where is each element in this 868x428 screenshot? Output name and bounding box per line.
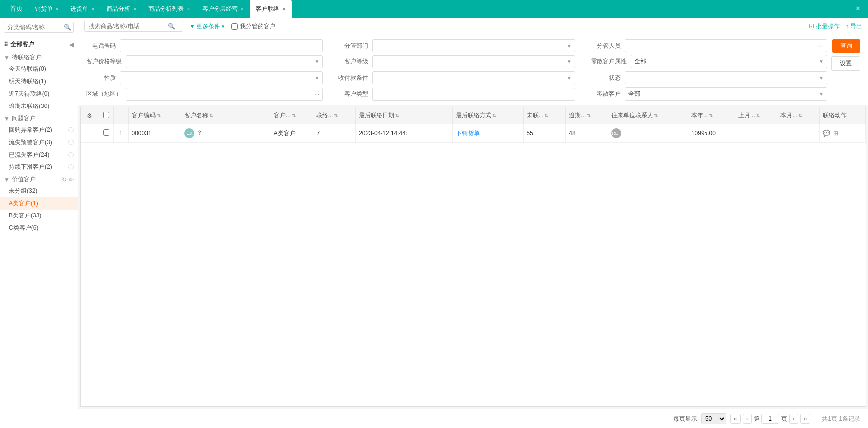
payment-field: 收付款条件 ▼ <box>338 71 575 84</box>
my-customers-checkbox[interactable]: 我分管的客户 <box>231 22 275 31</box>
th-num <box>113 107 128 124</box>
retail-attr-select[interactable]: 全部 ▼ <box>631 55 827 68</box>
chevron-down-icon-2: ▼ <box>314 59 319 64</box>
filter-bar: 🔍 ▼ 更多条件 ∧ 我分管的客户 ☑ 批量操作 ↑ 导出 <box>78 18 868 35</box>
my-customers-check[interactable] <box>231 23 238 30</box>
edit-icon[interactable]: ✏ <box>69 176 74 183</box>
manager-select[interactable]: ··· <box>625 39 827 52</box>
info-icon-2: ⓘ <box>68 139 74 146</box>
nav-purchase-order[interactable]: 进货单 × <box>64 0 100 18</box>
sidebar-item-abnormal-repurchase[interactable]: 回购异常客户(2) ⓘ <box>0 124 78 136</box>
phone-input[interactable] <box>120 39 323 52</box>
nav-customer-contact[interactable]: 客户联络 × <box>250 0 291 18</box>
th-customer-name[interactable]: 客户名称⇅ <box>181 107 271 124</box>
th-unit-contact[interactable]: 往来单位联系人⇅ <box>608 107 688 124</box>
th-last-month[interactable]: 上月...⇅ <box>735 107 777 124</box>
th-this-month[interactable]: 本月...⇅ <box>777 107 820 124</box>
dept-select[interactable]: ▼ <box>372 39 575 52</box>
sort-icon-8: ⇅ <box>587 113 591 118</box>
nav-sales-order[interactable]: 销货单 × <box>29 0 64 18</box>
info-icon-1: ⓘ <box>68 126 74 134</box>
sort-icon-4: ⇅ <box>334 113 338 118</box>
nature-select[interactable]: ▼ <box>120 71 323 84</box>
close-all-tabs[interactable]: × <box>852 4 864 13</box>
search-input[interactable] <box>89 23 168 30</box>
collapse-icon[interactable]: ◀ <box>69 41 74 48</box>
page-size-select[interactable]: 50 100 200 <box>701 413 726 424</box>
search-icon[interactable]: 🔍 <box>168 23 175 30</box>
row-this-year: 10995.00 <box>688 124 735 143</box>
chevron-down-icon: ▼ <box>567 43 572 49</box>
prev-page-btn[interactable]: ‹ <box>743 414 752 424</box>
close-customer-contact[interactable]: × <box>282 6 285 12</box>
row-contact-person: 7 <box>313 124 356 143</box>
row-name: Ea？ <box>181 124 271 143</box>
th-overdue[interactable]: 逾期...⇅ <box>566 107 608 124</box>
customer-type-field: 客户类型 <box>338 88 575 101</box>
filter-row-1: 电话号码 分管部门 ▼ 分管人员 <box>86 39 827 52</box>
sidebar-item-churned[interactable]: 已流失客户(24) ⓘ <box>0 149 78 161</box>
sidebar-item-overdue-contact[interactable]: 逾期未联络(30) <box>0 100 78 112</box>
th-contact-person[interactable]: 联络...⇅ <box>313 107 356 124</box>
sidebar-all-customers[interactable]: ⠿ 全部客户 ◀ <box>0 37 78 52</box>
grid-icon[interactable]: ⊞ <box>833 130 838 137</box>
close-product-analysis-list[interactable]: × <box>187 6 190 12</box>
sidebar-item-ungrouped[interactable]: 未分组(32) <box>0 185 78 197</box>
settings-button[interactable]: 设置 <box>831 56 860 71</box>
close-sales-order[interactable]: × <box>55 6 58 12</box>
value-group-tools: ↻ ✏ <box>62 176 74 183</box>
name-badge: Ea <box>184 128 194 138</box>
last-page-btn[interactable]: » <box>800 414 811 424</box>
nature-field: 性质 ▼ <box>86 71 323 84</box>
first-page-btn[interactable]: « <box>730 414 741 424</box>
price-level-select[interactable]: ▼ <box>126 55 323 68</box>
grid-icon: ⠿ <box>4 41 8 48</box>
close-purchase-order[interactable]: × <box>91 6 94 12</box>
chat-icon[interactable]: 💬 <box>823 130 830 137</box>
sidebar-item-churn-warning[interactable]: 流失预警客户(3) ⓘ <box>0 136 78 149</box>
sidebar-item-declining[interactable]: 持续下滑客户(2) ⓘ <box>0 161 78 173</box>
sidebar-search-input[interactable] <box>4 22 74 33</box>
select-all-checkbox[interactable] <box>103 112 109 118</box>
sidebar-item-today-contact[interactable]: 今天待联络(0) <box>0 63 78 75</box>
retail-customer-select[interactable]: 全部 ▼ <box>625 87 827 101</box>
status-select[interactable]: ▼ <box>625 71 827 84</box>
th-customer-type[interactable]: 客户...⇅ <box>271 107 313 124</box>
row-last-contact-method[interactable]: 下销货单 <box>452 124 523 143</box>
th-not-contacted[interactable]: 未联...⇅ <box>523 107 566 124</box>
region-select[interactable]: ··· <box>126 88 323 101</box>
nav-customer-segment[interactable]: 客户分层经营 × <box>196 0 250 18</box>
table-header-row: ⚙ 客户编码⇅ 客户名称⇅ 客户...⇅ <box>81 107 866 124</box>
customer-type-select[interactable] <box>372 88 575 101</box>
chevron-down-icon-7: ▼ <box>819 75 824 81</box>
payment-select[interactable]: ▼ <box>372 71 575 84</box>
sidebar-item-b-class[interactable]: B类客户(33) <box>0 210 78 222</box>
close-customer-segment[interactable]: × <box>241 6 244 12</box>
close-product-analysis[interactable]: × <box>133 6 136 12</box>
batch-ops-btn[interactable]: ☑ 批量操作 <box>809 22 839 31</box>
sidebar-item-7day-contact[interactable]: 近7天待联络(0) <box>0 88 78 100</box>
row-checkbox[interactable] <box>103 129 109 136</box>
th-this-year[interactable]: 本年...⇅ <box>688 107 735 124</box>
row-settings <box>81 124 99 143</box>
th-last-contact-date[interactable]: 最后联络日期⇅ <box>356 107 452 124</box>
sidebar-search-icon[interactable]: 🔍 <box>64 24 71 31</box>
export-btn[interactable]: ↑ 导出 <box>846 22 862 31</box>
more-conditions-btn[interactable]: ▼ 更多条件 ∧ <box>189 22 225 31</box>
page-number-input[interactable] <box>761 414 779 424</box>
next-page-btn[interactable]: › <box>789 414 798 424</box>
th-settings[interactable]: ⚙ <box>81 107 99 124</box>
th-last-contact-method[interactable]: 最后联络方式⇅ <box>452 107 523 124</box>
refresh-icon[interactable]: ↻ <box>62 176 67 183</box>
nav-home[interactable]: 首页 <box>4 0 29 18</box>
nav-product-analysis-list[interactable]: 商品分析列表 × <box>142 0 196 18</box>
nav-product-analysis[interactable]: 商品分析 × <box>101 0 142 18</box>
chevron-down-icon-5: ▼ <box>314 75 319 81</box>
sidebar-item-c-class[interactable]: C类客户(6) <box>0 222 78 234</box>
th-customer-code[interactable]: 客户编码⇅ <box>128 107 181 124</box>
check-icon: ☑ <box>809 23 814 30</box>
query-button[interactable]: 查询 <box>832 39 860 53</box>
customer-level-select[interactable]: ▼ <box>372 55 575 68</box>
sidebar-item-a-class[interactable]: A类客户(1) <box>0 197 78 210</box>
sidebar-item-tomorrow-contact[interactable]: 明天待联络(1) <box>0 75 78 88</box>
